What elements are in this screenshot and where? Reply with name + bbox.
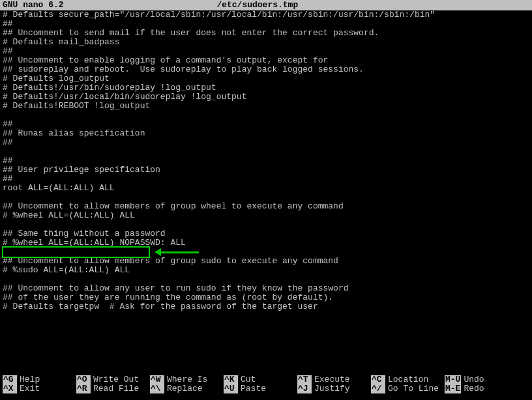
help-label: Read File — [91, 384, 139, 393]
editor-line[interactable]: ## — [3, 120, 529, 129]
editor-line[interactable]: # Defaults!REBOOT !log_output — [3, 102, 529, 111]
help-key: ^W — [150, 375, 164, 384]
help-key: ^G — [3, 375, 17, 384]
editor-line[interactable]: ## User privilege specification — [3, 165, 529, 175]
help-label: Undo — [461, 375, 484, 384]
editor-line[interactable]: ## — [3, 20, 529, 29]
editor-line[interactable]: ## Uncomment to allow any user to run su… — [3, 284, 529, 293]
help-key: ^/ — [371, 384, 385, 393]
help-key: ^C — [371, 375, 385, 384]
help-key: ^O — [76, 375, 91, 384]
editor-line[interactable]: # Defaults!/usr/bin/sudoreplay !log_outp… — [3, 83, 529, 93]
editor-line[interactable]: ## Uncomment to allow members of group s… — [3, 257, 529, 266]
help-label: Where Is — [164, 375, 207, 384]
help-key: ^T — [297, 375, 312, 384]
help-item: ^RRead File — [76, 384, 150, 393]
filename: /etc/sudoers.tmp — [64, 1, 451, 10]
editor-line[interactable] — [3, 248, 529, 257]
help-item: M-UUndo — [445, 375, 518, 384]
editor-line[interactable]: ## — [3, 138, 529, 147]
help-label: Go To Line — [385, 384, 439, 393]
help-item: ^XExit — [3, 384, 76, 393]
help-item: ^CLocation — [371, 375, 445, 384]
help-row-2: ^XExit^RRead File^\Replace^UPaste^JJusti… — [3, 384, 529, 393]
editor-line[interactable] — [3, 193, 529, 202]
help-item: ^GHelp — [3, 375, 76, 384]
editor-line[interactable]: # %wheel ALL=(ALL:ALL) ALL — [3, 211, 529, 220]
help-key: ^R — [76, 384, 91, 393]
editor-line[interactable] — [3, 111, 529, 120]
help-key: ^U — [224, 384, 238, 393]
help-label: Cut — [238, 375, 256, 384]
editor-line[interactable]: ## — [3, 156, 529, 165]
help-item: ^OWrite Out — [76, 375, 150, 384]
help-item: ^WWhere Is — [150, 375, 224, 384]
editor-line[interactable]: ## of the user they are running the comm… — [3, 293, 529, 302]
editor-line[interactable] — [3, 147, 529, 156]
editor-line[interactable]: ## — [3, 175, 529, 184]
help-label: Help — [17, 375, 40, 384]
help-label: Paste — [238, 384, 266, 393]
help-label: Exit — [17, 384, 40, 393]
editor-line[interactable]: ## sudoreplay and reboot. Use sudoreplay… — [3, 65, 529, 74]
help-label: Write Out — [91, 375, 139, 384]
help-item: ^KCut — [224, 375, 297, 384]
editor-line[interactable]: # Defaults!/usr/local/bin/sudoreplay !lo… — [3, 93, 529, 102]
help-key: M-U — [445, 375, 461, 384]
help-item: ^/Go To Line — [371, 384, 445, 393]
titlebar: GNU nano 6.2 /etc/sudoers.tmp — [0, 0, 532, 10]
editor-line[interactable]: ## Uncomment to send mail if the user do… — [3, 29, 529, 38]
editor-line[interactable]: ## Runas alias specification — [3, 129, 529, 138]
help-key: M-E — [445, 384, 461, 393]
editor-line[interactable]: # %sudo ALL=(ALL:ALL) ALL — [3, 266, 529, 275]
help-label: Redo — [461, 384, 484, 393]
editor-line[interactable]: # Defaults mail_badpass — [3, 38, 529, 47]
help-key: ^K — [224, 375, 238, 384]
editor-line[interactable]: # %wheel ALL=(ALL:ALL) NOPASSWD: ALL — [3, 238, 529, 248]
help-label: Location — [385, 375, 428, 384]
help-key: ^J — [297, 384, 312, 393]
editor-line[interactable]: # Defaults log_output — [3, 74, 529, 83]
editor-line[interactable] — [3, 220, 529, 229]
help-item: ^JJustify — [297, 384, 371, 393]
help-bar: ^GHelp^OWrite Out^WWhere Is^KCut^TExecut… — [0, 375, 532, 393]
help-item: ^UPaste — [224, 384, 297, 393]
help-item: ^TExecute — [297, 375, 371, 384]
editor-line[interactable]: root ALL=(ALL:ALL) ALL — [3, 184, 529, 193]
help-row-1: ^GHelp^OWrite Out^WWhere Is^KCut^TExecut… — [3, 375, 529, 384]
editor-line[interactable]: ## Uncomment to allow members of group w… — [3, 202, 529, 211]
editor-line[interactable]: ## — [3, 47, 529, 56]
editor-line[interactable]: ## Same thing without a password — [3, 229, 529, 238]
editor-line[interactable]: # Defaults secure_path="/usr/local/sbin:… — [3, 10, 529, 20]
editor-content[interactable]: # Defaults secure_path="/usr/local/sbin:… — [0, 10, 532, 311]
editor-line[interactable]: # Defaults targetpw # Ask for the passwo… — [3, 302, 529, 311]
help-key: ^X — [3, 384, 17, 393]
help-item: M-ERedo — [445, 384, 518, 393]
help-item: ^\Replace — [150, 384, 224, 393]
help-label: Replace — [164, 384, 203, 393]
editor-line[interactable]: ## Uncomment to enable logging of a comm… — [3, 56, 529, 65]
help-label: Execute — [312, 375, 350, 384]
editor-line[interactable] — [3, 275, 529, 284]
help-label: Justify — [312, 384, 350, 393]
app-name: GNU nano 6.2 — [3, 1, 64, 10]
help-key: ^\ — [150, 384, 164, 393]
